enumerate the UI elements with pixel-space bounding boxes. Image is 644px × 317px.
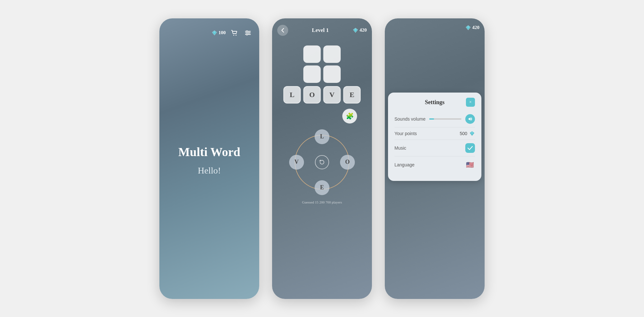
screen1-header: 100 — [166, 28, 253, 38]
circle-letter-right[interactable]: O — [340, 155, 355, 170]
slider-track[interactable] — [429, 118, 461, 120]
grid-cell-3 — [303, 65, 321, 83]
grid-cell-4 — [323, 65, 341, 83]
love-word-row: L O V E — [283, 86, 361, 104]
settings-panel: Settings × Sounds volume — [388, 93, 481, 181]
settings-title: Settings — [425, 99, 444, 106]
screen-3: 420 Settings × Sounds volume — [385, 18, 485, 299]
screen2-content: L O V E 🧩 L O E V Guessed 15 200 700 pla… — [277, 39, 367, 292]
grid-cell-1 — [303, 45, 321, 63]
guessed-text: Guessed 15 200 700 players — [302, 200, 342, 204]
settings-header: Settings × — [394, 99, 475, 106]
screen1-center: Multi Word Hello! — [178, 41, 241, 280]
gem-count-3: 420 — [465, 25, 480, 31]
gem-value-3: 420 — [472, 25, 480, 30]
letter-E: E — [343, 86, 361, 104]
points-value: 500 — [460, 131, 467, 136]
word-grid — [303, 45, 341, 83]
level-title: Level 1 — [312, 27, 329, 34]
circle-selector[interactable]: L O E V — [290, 130, 354, 194]
music-label: Music — [394, 145, 406, 151]
diamond-icon-2 — [353, 27, 358, 33]
screen-2: Level 1 420 L O V E 🧩 — [272, 18, 372, 299]
language-label: Language — [394, 162, 414, 167]
screen-1: 100 Multi Word Hello! — [159, 18, 259, 299]
volume-slider-container[interactable] — [429, 114, 475, 124]
gem-value-2: 420 — [360, 27, 367, 33]
music-row: Music — [394, 140, 475, 156]
diamond-icon-3 — [465, 25, 471, 31]
diamond-icon-1 — [212, 30, 217, 36]
back-button[interactable] — [277, 25, 288, 36]
circle-letter-top[interactable]: L — [315, 129, 329, 144]
circle-letter-left[interactable]: V — [289, 155, 304, 170]
points-label: Your points — [394, 131, 417, 136]
screen3-header: 420 — [390, 25, 479, 31]
slider-fill — [429, 118, 434, 120]
gem-count-1: 100 — [212, 30, 226, 36]
volume-icon — [465, 114, 475, 124]
main-title: Multi Word — [178, 145, 241, 159]
gem-value-1: 100 — [219, 30, 226, 35]
sounds-label: Sounds volume — [394, 116, 426, 122]
points-value-container: 500 — [460, 131, 475, 136]
svg-point-2 — [233, 35, 234, 35]
letter-V: V — [323, 86, 341, 104]
hello-text: Hello! — [198, 165, 221, 176]
music-toggle[interactable] — [465, 143, 475, 153]
grid-cell-2 — [323, 45, 341, 63]
sounds-volume-row: Sounds volume — [394, 111, 475, 127]
letter-L: L — [283, 86, 301, 104]
svg-point-8 — [248, 32, 250, 34]
svg-point-7 — [246, 31, 248, 32]
points-row: Your points 500 — [394, 127, 475, 140]
settings-close-button[interactable]: × — [466, 98, 475, 107]
letter-O: O — [303, 86, 321, 104]
close-label: × — [469, 100, 472, 105]
svg-point-3 — [236, 35, 237, 35]
hint-button[interactable]: 🧩 — [342, 109, 357, 124]
circle-refresh-button[interactable] — [315, 155, 329, 169]
cart-icon[interactable] — [230, 28, 239, 38]
screen2-header: Level 1 420 — [277, 25, 367, 36]
points-diamond-icon — [469, 131, 475, 136]
gem-count-2: 420 — [353, 27, 367, 33]
language-flag[interactable]: 🇺🇸 — [465, 160, 475, 170]
language-row: Language 🇺🇸 — [394, 156, 475, 173]
circle-letter-bottom[interactable]: E — [315, 180, 329, 195]
settings-icon[interactable] — [243, 28, 253, 38]
svg-point-9 — [246, 34, 248, 35]
